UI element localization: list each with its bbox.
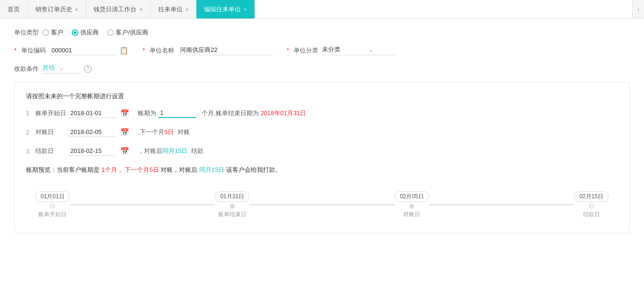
timeline-badge-1: 01月01日 [35, 191, 70, 202]
period-row-1-label: 账单开始日 [35, 109, 68, 118]
pay-date-input[interactable] [68, 146, 116, 156]
timeline-badge-2: 01月31日 [215, 191, 249, 202]
unit-code-required: * [14, 47, 17, 54]
timeline-point-3: 02月05日 对账日 [395, 191, 429, 219]
start-date-calendar-icon[interactable]: 📅 [120, 109, 129, 118]
tab-home[interactable]: 首页 [0, 0, 28, 18]
period-row-1: 1 账单开始日 📅 账期为 个月,账单结束日期为 2018年01月31日 [26, 108, 618, 118]
timeline-label-1: 账单开始日 [38, 211, 67, 219]
unit-category-select[interactable]: 未分类 ⌄ [322, 45, 398, 55]
tab-sales-history-close[interactable]: × [75, 7, 78, 12]
check-date-input[interactable] [68, 127, 116, 137]
period-desc-1a: 账期为 [138, 109, 156, 118]
help-icon[interactable]: ? [84, 65, 92, 73]
check-desc-suffix: 对账 [178, 128, 190, 136]
tab-edit-counterparty[interactable]: 编辑往来单位 × [196, 0, 254, 18]
unit-name-field: * 单位名称 [143, 46, 272, 55]
radio-customer[interactable]: 客户 [42, 28, 63, 37]
tab-counterparty-label: 往来单位 [158, 5, 183, 14]
main-content: 单位类型 客户 供应商 客户/供应商 * 单位编码 [0, 19, 644, 287]
payment-terms-label: 收款条件 [14, 65, 39, 73]
radio-both-label: 客户/供应商 [116, 28, 148, 37]
radio-both[interactable]: 客户/供应商 [107, 28, 148, 37]
start-date-input[interactable] [68, 109, 116, 118]
tab-counterparty[interactable]: 往来单位 × [151, 0, 196, 18]
pay-date-calendar-icon[interactable]: 📅 [120, 147, 129, 155]
period-settings-title: 请按照未来的一个完整帐期进行设置 [26, 92, 618, 101]
preview-pay-date: 同月15日 [199, 166, 224, 173]
pay-day: 同月15日 [162, 147, 187, 155]
timeline-label-3: 对账日 [403, 211, 420, 219]
preview-label: 账期预览：当前客户账期是 [26, 166, 100, 173]
unit-category-value: 未分类 [322, 45, 340, 54]
unit-code-label: 单位编码 [21, 46, 46, 55]
radio-both-circle [107, 29, 114, 36]
unit-type-radios: 客户 供应商 客户/供应商 [42, 28, 148, 37]
pay-desc-suffix: 结款 [191, 147, 203, 155]
radio-supplier-circle [72, 29, 78, 36]
tab-scroll-arrow[interactable]: › [632, 0, 644, 18]
radio-supplier-label: 供应商 [80, 28, 99, 37]
period-row-2-label: 对账日 [35, 128, 68, 136]
check-date-calendar-icon[interactable]: 📅 [120, 128, 129, 136]
tab-edit-counterparty-close[interactable]: × [244, 7, 246, 12]
timeline-badge-4: 02月15日 [574, 191, 609, 202]
tab-home-label: 首页 [8, 5, 20, 14]
payment-terms-value: 月结 [42, 64, 55, 72]
timeline-spacer-3 [429, 204, 575, 205]
pay-desc-prefix: ，对账后 [138, 147, 162, 155]
timeline-dot-1 [50, 204, 55, 209]
preview-check-date: 下一个月5日 [125, 166, 159, 173]
period-end-date: 2018年01月31日 [261, 109, 306, 118]
period-row-2: 2 对账日 📅 ,下一个月 5日 对账 [26, 127, 618, 137]
unit-code-input[interactable] [50, 46, 116, 55]
payment-terms-dropdown-arrow: ⌄ [59, 65, 64, 71]
tab-cashflow[interactable]: 钱货日清工作台 × [86, 0, 150, 18]
unit-category-label: 单位分类 [294, 46, 318, 55]
timeline-spacer-2 [249, 204, 395, 205]
copy-icon[interactable]: 📋 [119, 46, 128, 55]
unit-name-input[interactable] [178, 46, 272, 55]
timeline-dot-3 [409, 204, 414, 209]
period-num-3: 3 [26, 148, 35, 155]
tab-sales-history-label: 销售订单历史 [35, 5, 72, 14]
payment-terms-row: 收款条件 月结 ⌄ ? [14, 64, 630, 74]
timeline: 01月01日 账单开始日 01月31日 账单结束日 02月05日 对账日 [26, 186, 618, 223]
unit-info-row: * 单位编码 📋 * 单位名称 * 单位分类 未分类 ⌄ [14, 45, 630, 55]
timeline-dot-4 [589, 204, 594, 209]
radio-customer-circle [42, 29, 49, 36]
period-row-3: 3 结款日 📅 ，对账后 同月15日 结款 [26, 146, 618, 156]
unit-code-field: * 单位编码 📋 [14, 46, 128, 55]
radio-supplier[interactable]: 供应商 [72, 28, 99, 37]
timeline-label-4: 结款日 [583, 211, 600, 219]
timeline-badge-3: 02月05日 [395, 191, 429, 202]
tab-edit-counterparty-label: 编辑往来单位 [204, 5, 241, 14]
tab-sales-history[interactable]: 销售订单历史 × [28, 0, 86, 18]
check-desc-prefix: ,下一个月 [138, 128, 164, 136]
tab-cashflow-label: 钱货日清工作台 [93, 5, 136, 14]
timeline-point-2: 01月31日 账单结束日 [215, 191, 249, 219]
period-num-1: 1 [26, 110, 35, 117]
timeline-points: 01月01日 账单开始日 01月31日 账单结束日 02月05日 对账日 [35, 191, 609, 219]
timeline-point-4: 02月15日 结款日 [574, 191, 609, 219]
tab-cashflow-close[interactable]: × [139, 7, 142, 12]
payment-terms-field: 收款条件 月结 ⌄ ? [14, 64, 92, 74]
period-num-2: 2 [26, 129, 35, 136]
period-unit-label: 个月,账单结束日期为 [202, 109, 259, 118]
preview-pay-suffix: 该客户会给我打款。 [226, 166, 281, 173]
timeline-spacer-1 [70, 204, 215, 205]
payment-terms-select[interactable]: 月结 ⌄ [42, 64, 80, 74]
tabs-bar: 首页 销售订单历史 × 钱货日清工作台 × 往来单位 × 编辑往来单位 × › [0, 0, 644, 19]
unit-type-label: 单位类型 [14, 28, 39, 37]
category-dropdown-arrow: ⌄ [369, 47, 373, 53]
unit-category-field: * 单位分类 未分类 ⌄ [287, 45, 398, 55]
period-settings-box: 请按照未来的一个完整帐期进行设置 1 账单开始日 📅 账期为 个月,账单结束日期… [14, 82, 630, 233]
unit-name-required: * [143, 47, 145, 54]
unit-name-label: 单位名称 [150, 46, 174, 55]
check-day: 5日 [164, 128, 174, 136]
radio-customer-label: 客户 [51, 28, 63, 37]
unit-type-row: 单位类型 客户 供应商 客户/供应商 [14, 28, 630, 37]
preview-months: 1个月， [102, 166, 123, 173]
period-months-input[interactable] [158, 108, 196, 118]
tab-counterparty-close[interactable]: × [186, 7, 188, 12]
